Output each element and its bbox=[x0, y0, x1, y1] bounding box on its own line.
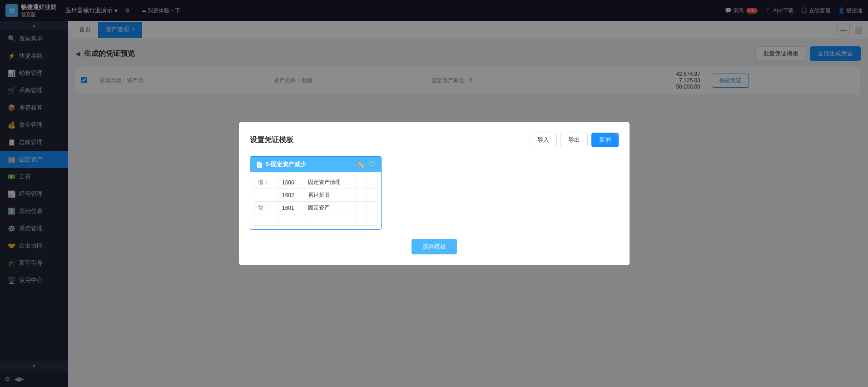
template-card-header: 📄 5-固定资产减少 ✏️ 🗑️ bbox=[250, 157, 381, 172]
export-btn[interactable]: 导出 bbox=[560, 133, 588, 147]
delete-template-btn[interactable]: 🗑️ bbox=[368, 161, 376, 168]
modal-close-btn[interactable]: × bbox=[611, 129, 622, 140]
modal-set-template: × 设置凭证模板 导入 导出 新增 📄 5-固定资产减少 ✏️ bbox=[239, 122, 630, 265]
entry-code-2: 1602 bbox=[278, 189, 304, 202]
modal-title: 设置凭证模板 bbox=[250, 135, 293, 145]
template-entries-table: 借： 1606 固定资产清理 1602 累计折旧 bbox=[254, 176, 377, 226]
modal-header-actions: 导入 导出 新增 bbox=[530, 133, 619, 147]
select-template-btn[interactable]: 选择模板 bbox=[412, 239, 457, 254]
modal-header: 设置凭证模板 导入 导出 新增 bbox=[250, 133, 619, 147]
template-card-1[interactable]: 📄 5-固定资产减少 ✏️ 🗑️ 借： bbox=[250, 156, 382, 230]
edit-template-btn[interactable]: ✏️ bbox=[357, 161, 364, 168]
template-select-area: 选择模板 bbox=[250, 239, 619, 254]
template-doc-icon: 📄 bbox=[256, 161, 263, 168]
entry-account-2: 累计折旧 bbox=[304, 189, 357, 202]
modal-body: 📄 5-固定资产减少 ✏️ 🗑️ 借： bbox=[250, 156, 619, 254]
template-list: 📄 5-固定资产减少 ✏️ 🗑️ 借： bbox=[250, 156, 619, 230]
entry-account-1: 固定资产清理 bbox=[304, 176, 357, 189]
template-entry-row: 1602 累计折旧 bbox=[254, 189, 377, 202]
template-empty-row bbox=[254, 214, 377, 226]
template-card-header-actions: ✏️ 🗑️ bbox=[357, 161, 376, 168]
entry-code-3: 1601 bbox=[278, 202, 304, 214]
import-btn[interactable]: 导入 bbox=[530, 133, 557, 147]
entry-account-3: 固定资产 bbox=[304, 202, 357, 214]
template-card-body: 借： 1606 固定资产清理 1602 累计折旧 bbox=[250, 172, 381, 229]
entry-type-1: 借： bbox=[254, 176, 278, 189]
template-title: 5-固定资产减少 bbox=[266, 160, 307, 169]
modal-overlay: × 设置凭证模板 导入 导出 新增 📄 5-固定资产减少 ✏️ bbox=[0, 0, 868, 387]
entry-code-1: 1606 bbox=[278, 176, 304, 189]
entry-type-3: 贷： bbox=[254, 202, 278, 214]
template-entry-row: 贷： 1601 固定资产 bbox=[254, 202, 377, 214]
template-entry-row: 借： 1606 固定资产清理 bbox=[254, 176, 377, 189]
